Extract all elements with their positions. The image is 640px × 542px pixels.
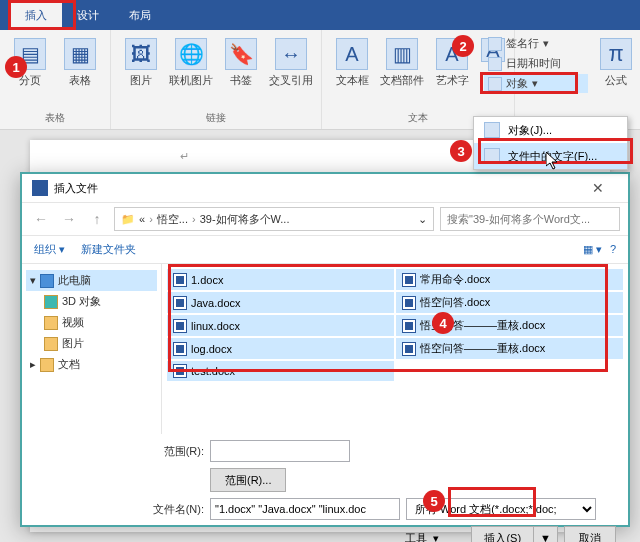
file-item[interactable]: log.docx (167, 338, 394, 359)
page-break-icon: ▤ (14, 38, 46, 70)
picture-button[interactable]: 🖼图片 (117, 34, 165, 109)
menu-text-from-file[interactable]: 文件中的文字(F)... (474, 143, 627, 169)
view-button[interactable]: ▦ ▾ (583, 243, 602, 256)
dialog-nav: ← → ↑ 📁 «› 悟空...› 39-如何将多个W... ⌄ (22, 203, 628, 236)
picture-icon: 🖼 (125, 38, 157, 70)
help-button[interactable]: ? (610, 243, 616, 256)
folder-tree: ▾此电脑 3D 对象 视频 图片 ▸文档 (22, 264, 162, 434)
group-illustrations: 🖼图片 🌐联机图片 🔖书签 ↔交叉引用 链接 (111, 30, 322, 129)
file-item[interactable]: test.docx (167, 361, 394, 381)
tree-3d-objects[interactable]: 3D 对象 (26, 291, 157, 312)
docx-icon (402, 342, 416, 356)
cross-ref-button[interactable]: ↔交叉引用 (267, 34, 315, 109)
docx-icon (173, 296, 187, 310)
chevron-down-icon: ▾ (543, 37, 549, 50)
breadcrumb[interactable]: 📁 «› 悟空...› 39-如何将多个W... ⌄ (114, 207, 434, 231)
chevron-down-icon: ▾ (532, 77, 538, 90)
filename-input[interactable] (210, 498, 400, 520)
folder-icon (40, 358, 54, 372)
tree-videos[interactable]: 视频 (26, 312, 157, 333)
file-item[interactable]: 悟空问答.docx (396, 292, 623, 313)
file-item[interactable]: Java.docx (167, 292, 394, 313)
organize-button[interactable]: 组织 ▾ (34, 242, 65, 257)
docx-icon (402, 319, 416, 333)
file-item[interactable]: 常用命令.docx (396, 269, 623, 290)
file-item[interactable]: linux.docx (167, 315, 394, 336)
file-item[interactable]: 悟空问答———重核.docx (396, 338, 623, 359)
tables-button[interactable]: ▦表格 (56, 34, 104, 109)
ribbon-tabs: 插入 设计 布局 (0, 0, 640, 30)
tools-label[interactable]: 工具 (405, 531, 427, 543)
object-button[interactable]: 对象▾ (484, 74, 588, 93)
file-item[interactable]: 悟空问答———重核.docx (396, 315, 623, 336)
pages-button[interactable]: ▤分页 (6, 34, 54, 109)
back-button[interactable]: ← (30, 208, 52, 230)
object-icon (484, 122, 500, 138)
datetime-icon (488, 57, 502, 71)
formula-button[interactable]: π公式 (596, 34, 636, 87)
cancel-button[interactable]: 取消 (564, 526, 616, 542)
wordart-icon: A (436, 38, 468, 70)
chevron-down-icon[interactable]: ▼ (534, 532, 557, 542)
group-label-links: 链接 (206, 109, 226, 127)
forward-button[interactable]: → (58, 208, 80, 230)
quickparts-icon: ▥ (386, 38, 418, 70)
bookmark-button[interactable]: 🔖书签 (217, 34, 265, 109)
online-picture-button[interactable]: 🌐联机图片 (167, 34, 215, 109)
text-from-file-icon (484, 148, 500, 164)
textbox-button[interactable]: A文本框 (328, 34, 376, 109)
online-picture-icon: 🌐 (175, 38, 207, 70)
docx-icon (173, 342, 187, 356)
tree-pictures[interactable]: 图片 (26, 333, 157, 354)
word-icon (32, 180, 48, 196)
search-input[interactable] (440, 207, 620, 231)
chevron-down-icon: ▾ (433, 532, 439, 543)
insert-button[interactable]: 插入(S)▼ (471, 526, 558, 542)
object-icon (488, 77, 502, 91)
3d-icon (44, 295, 58, 309)
group-pages: ▤分页 ▦表格 表格 (0, 30, 111, 129)
new-folder-button[interactable]: 新建文件夹 (81, 242, 136, 257)
dialog-bottom: 范围(R): 范围(R)... 文件名(N): 所有 Word 文档(*.doc… (22, 434, 628, 542)
tree-documents[interactable]: ▸文档 (26, 354, 157, 375)
quickparts-button[interactable]: ▥文档部件 (378, 34, 426, 109)
wordart-button[interactable]: A艺术字 (428, 34, 476, 109)
close-button[interactable]: ✕ (578, 180, 618, 196)
folder-icon (44, 316, 58, 330)
ribbon-container: 插入 设计 布局 ▤分页 ▦表格 表格 🖼图片 🌐联机图片 🔖书签 ↔交叉引用 … (0, 0, 640, 130)
textbox-icon: A (336, 38, 368, 70)
cross-ref-icon: ↔ (275, 38, 307, 70)
filetype-select[interactable]: 所有 Word 文档(*.docx;*.doc; (406, 498, 596, 520)
filename-label: 文件名(N): (34, 502, 204, 517)
pc-icon (40, 274, 54, 288)
menu-object[interactable]: 对象(J)... (474, 117, 627, 143)
range-button[interactable]: 范围(R)... (210, 468, 286, 492)
group-label-tables: 表格 (45, 109, 65, 127)
object-dropdown-menu: 对象(J)... 文件中的文字(F)... (473, 116, 628, 170)
folder-icon (44, 337, 58, 351)
ribbon-toolbar: ▤分页 ▦表格 表格 🖼图片 🌐联机图片 🔖书签 ↔交叉引用 链接 A文本框 ▥… (0, 30, 640, 130)
tree-this-pc[interactable]: ▾此电脑 (26, 270, 157, 291)
folder-icon: 📁 (121, 213, 135, 226)
dialog-body: ▾此电脑 3D 对象 视频 图片 ▸文档 1.docx 常用命令.docx Ja… (22, 264, 628, 434)
range-input[interactable] (210, 440, 350, 462)
dialog-title: 插入文件 (54, 181, 98, 196)
tab-insert[interactable]: 插入 (10, 1, 62, 30)
tab-design[interactable]: 设计 (62, 1, 114, 30)
docx-icon (402, 273, 416, 287)
formula-icon: π (600, 38, 632, 70)
chevron-down-icon[interactable]: ⌄ (418, 213, 427, 226)
up-button[interactable]: ↑ (86, 208, 108, 230)
dialog-titlebar: 插入文件 ✕ (22, 174, 628, 203)
file-item[interactable]: 1.docx (167, 269, 394, 290)
file-list: 1.docx 常用命令.docx Java.docx 悟空问答.docx lin… (162, 264, 628, 434)
group-label-text: 文本 (408, 109, 428, 127)
signature-icon (488, 37, 502, 51)
table-icon: ▦ (64, 38, 96, 70)
signature-line-button[interactable]: 签名行▾ (484, 34, 588, 53)
tab-layout[interactable]: 布局 (114, 1, 166, 30)
range-label: 范围(R): (34, 444, 204, 459)
docx-icon (173, 364, 187, 378)
date-time-button[interactable]: 日期和时间 (484, 54, 588, 73)
insert-file-dialog: 插入文件 ✕ ← → ↑ 📁 «› 悟空...› 39-如何将多个W... ⌄ … (20, 172, 630, 527)
